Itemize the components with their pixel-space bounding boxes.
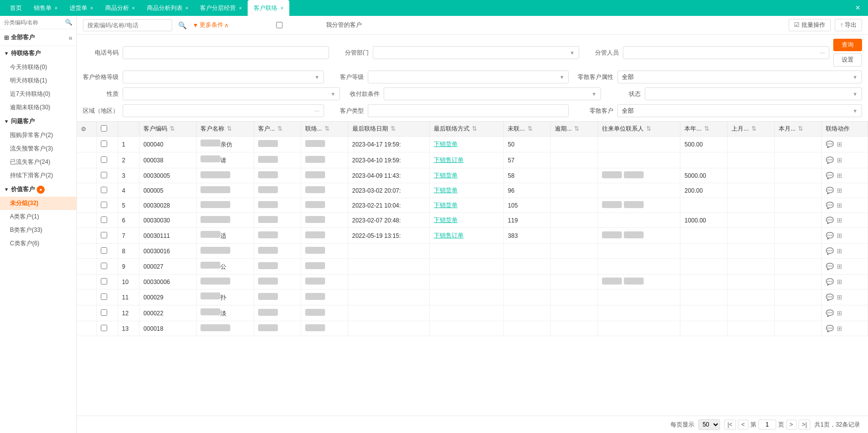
per-page-select[interactable]: 50 [698, 419, 720, 430]
comment-icon[interactable]: 💬 [826, 156, 834, 164]
last-method-cell[interactable] [430, 275, 504, 289]
search-button[interactable]: 🔍 [178, 21, 187, 29]
sidebar-item-declining[interactable]: 持续下滑客户(2) [0, 169, 76, 182]
comment-icon[interactable]: 💬 [826, 202, 834, 209]
row-checkbox[interactable] [101, 232, 107, 238]
last-method-cell[interactable] [430, 305, 504, 321]
comment-icon[interactable]: 💬 [826, 187, 834, 194]
nav-tab-product-analysis[interactable]: 商品分析 × [99, 0, 141, 16]
sidebar-item-churn-warning[interactable]: 流失预警客户(3) [0, 142, 76, 155]
my-customer-check[interactable] [235, 22, 324, 28]
next-page-btn[interactable]: > [786, 420, 797, 430]
col-type[interactable]: 客户... ⇅ [254, 122, 301, 137]
grid-action-icon[interactable]: ⊞ [837, 156, 842, 164]
row-checkbox[interactable] [101, 325, 107, 331]
row-checkbox[interactable] [101, 216, 107, 223]
nav-tab-customer-contact[interactable]: 客户联络 × [248, 0, 289, 16]
checkbox-cell[interactable] [96, 168, 118, 183]
contact-method-link[interactable]: 下销货单 [434, 187, 458, 194]
search-input[interactable] [83, 19, 172, 31]
grid-action-icon[interactable]: ⊞ [837, 293, 842, 301]
zero-customer-input[interactable]: 全部 ▼ [617, 104, 862, 117]
col-code[interactable]: 客户编码 ⇅ [139, 122, 197, 137]
customer-level-input[interactable]: ▼ [368, 71, 569, 83]
col-not-contacted[interactable]: 未联... ⇅ [504, 122, 551, 137]
checkbox-cell[interactable] [96, 275, 118, 289]
sidebar-value-section[interactable]: ▼ 价值客户 ● [0, 182, 76, 197]
sidebar-item-class-c[interactable]: C类客户(6) [0, 237, 76, 250]
sidebar-pending-section[interactable]: ▼ 待联络客户 [0, 46, 76, 61]
comment-icon[interactable]: 💬 [826, 263, 834, 270]
last-page-btn[interactable]: >| [799, 420, 810, 430]
row-checkbox[interactable] [101, 247, 107, 254]
reset-btn[interactable]: 设置 [833, 53, 862, 67]
nav-home[interactable]: 首页 [4, 0, 28, 16]
col-overdue[interactable]: 逾期... ⇅ [551, 122, 598, 137]
col-partner[interactable]: 往来单位联系人 ⇅ [598, 122, 680, 137]
row-checkbox[interactable] [101, 156, 107, 163]
sidebar-search-input[interactable] [4, 19, 63, 25]
last-method-cell[interactable] [430, 244, 504, 259]
close-tier-tab[interactable]: × [239, 5, 242, 11]
sidebar-all-customers[interactable]: ⊞ 全部客户 « [0, 29, 76, 46]
query-btn[interactable]: 查询 [833, 39, 862, 51]
manager-input[interactable]: ··· [623, 46, 829, 59]
comment-icon[interactable]: 💬 [826, 325, 834, 332]
sidebar-item-ungrouped[interactable]: 未分组(32) [0, 197, 76, 210]
checkbox-cell[interactable] [96, 152, 118, 168]
checkbox-cell[interactable] [96, 289, 118, 305]
close-product-list-tab[interactable]: × [186, 5, 189, 11]
last-method-cell[interactable] [430, 259, 504, 275]
grid-action-icon[interactable]: ⊞ [837, 278, 842, 286]
contact-method-link[interactable]: 下销售订单 [434, 156, 464, 163]
last-method-cell[interactable]: 下销货单 [430, 137, 504, 152]
checkbox-cell[interactable] [96, 198, 118, 213]
comment-icon[interactable]: 💬 [826, 232, 834, 239]
contact-method-link[interactable]: 下销货单 [434, 202, 458, 209]
gear-icon[interactable]: ⚙ [81, 126, 86, 133]
row-checkbox[interactable] [101, 202, 107, 208]
row-checkbox[interactable] [101, 263, 107, 269]
col-checkbox[interactable] [96, 122, 118, 137]
col-name[interactable]: 客户名称 ⇅ [196, 122, 254, 137]
last-method-cell[interactable]: 下销售订单 [430, 152, 504, 168]
customer-type-input[interactable] [368, 104, 569, 117]
contact-method-link[interactable]: 下销售订单 [434, 232, 464, 239]
sidebar-search-icon[interactable]: 🔍 [65, 19, 72, 26]
checkbox-cell[interactable] [96, 183, 118, 198]
grid-action-icon[interactable]: ⊞ [837, 216, 842, 224]
last-method-cell[interactable]: 下销售订单 [430, 228, 504, 244]
col-contact[interactable]: 联络... ⇅ [301, 122, 348, 137]
grid-action-icon[interactable]: ⊞ [837, 309, 842, 317]
col-settings[interactable]: ⚙ [77, 122, 96, 137]
col-last-month[interactable]: 上月... ⇅ [728, 122, 775, 137]
sidebar-item-class-a[interactable]: A类客户(1) [0, 210, 76, 223]
sidebar-item-abnormal[interactable]: 囤购异常客户(2) [0, 129, 76, 142]
comment-icon[interactable]: 💬 [826, 247, 834, 255]
checkbox-cell[interactable] [96, 228, 118, 244]
sidebar-item-tomorrow[interactable]: 明天待联络(1) [0, 74, 76, 87]
contact-method-link[interactable]: 下销货单 [434, 141, 458, 147]
sidebar-item-churned[interactable]: 已流失客户(24) [0, 155, 76, 169]
prev-page-btn[interactable]: < [738, 420, 748, 430]
zero-attr-input[interactable]: 全部 ▼ [617, 71, 862, 83]
region-input[interactable]: ··· [123, 104, 324, 117]
comment-icon[interactable]: 💬 [826, 141, 834, 148]
last-method-cell[interactable]: 下销货单 [430, 183, 504, 198]
price-level-input[interactable]: ▼ [123, 71, 324, 83]
grid-action-icon[interactable]: ⊞ [837, 325, 842, 332]
last-method-cell[interactable] [430, 321, 504, 336]
col-last-date[interactable]: 最后联络日期 ⇅ [348, 122, 430, 137]
close-purchase-tab[interactable]: × [90, 5, 93, 11]
comment-icon[interactable]: 💬 [826, 172, 834, 179]
checkbox-cell[interactable] [96, 259, 118, 275]
nav-tab-purchase[interactable]: 进货单 × [64, 0, 99, 16]
sidebar-item-overdue[interactable]: 逾期未联络(30) [0, 101, 76, 114]
sidebar-problem-section[interactable]: ▼ 问题客户 [0, 114, 76, 129]
more-conditions-btn[interactable]: ▼ 更多条件 ∧ [193, 21, 229, 29]
contact-method-link[interactable]: 下销货单 [434, 172, 458, 179]
dept-input[interactable]: ▼ [373, 46, 579, 59]
contact-method-link[interactable]: 下销货单 [434, 216, 458, 223]
close-sales-tab[interactable]: × [55, 5, 58, 11]
col-last-method[interactable]: 最后联络方式 ⇅ [430, 122, 504, 137]
